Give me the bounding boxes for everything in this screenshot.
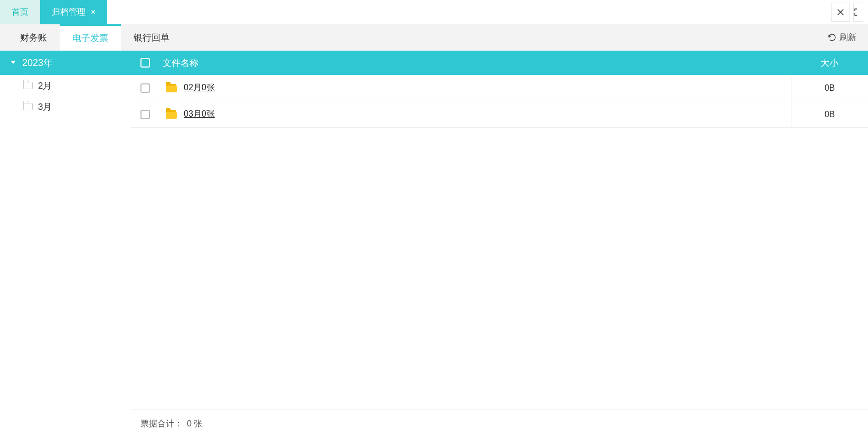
- table-header: 文件名称 大小: [131, 51, 868, 75]
- tree-year-node[interactable]: 2023年: [0, 51, 131, 75]
- secondary-tabs-bar: 财务账 电子发票 银行回单 刷新: [0, 24, 868, 51]
- sidebar-tree: 2023年 2月 3月: [0, 51, 131, 438]
- fullscreen-icon[interactable]: [853, 3, 863, 22]
- chevron-down-icon: [10, 58, 17, 69]
- header-name: 文件名称: [159, 57, 791, 69]
- main-panel: 文件名称 大小 02月0张 0B 03月0张: [131, 51, 868, 438]
- tree-month-node[interactable]: 3月: [0, 96, 131, 117]
- folder-outline-icon: [23, 82, 33, 89]
- svg-marker-2: [11, 61, 15, 64]
- tree-month-label: 2月: [38, 80, 52, 92]
- sec-tab-bank-label: 银行回单: [134, 32, 169, 44]
- refresh-label: 刷新: [839, 32, 856, 43]
- sec-tab-bank[interactable]: 银行回单: [121, 24, 182, 51]
- folder-icon: [166, 84, 176, 92]
- table-row: 02月0张 0B: [131, 75, 868, 101]
- header-size: 大小: [791, 57, 868, 69]
- folder-outline-icon: [23, 103, 33, 110]
- top-right-controls: [831, 0, 863, 24]
- refresh-icon: [828, 33, 836, 42]
- tab-home[interactable]: 首页: [0, 0, 40, 24]
- select-all-checkbox[interactable]: [140, 58, 150, 68]
- tree-month-node[interactable]: 2月: [0, 75, 131, 96]
- sec-tab-einvoice-label: 电子发票: [72, 32, 108, 44]
- row-name-cell: 02月0张: [159, 82, 791, 93]
- row-size: 0B: [791, 75, 868, 101]
- row-checkbox[interactable]: [140, 83, 150, 93]
- top-tabs-bar: 首页 归档管理 ×: [0, 0, 868, 24]
- row-name-link[interactable]: 03月0张: [184, 109, 215, 120]
- tab-home-label: 首页: [12, 7, 29, 18]
- content-area: 2023年 2月 3月 文件名称 大小 0: [0, 51, 868, 438]
- table-row: 03月0张 0B: [131, 101, 868, 128]
- footer-count: 0 张: [187, 418, 202, 430]
- row-checkbox[interactable]: [140, 110, 150, 119]
- tab-archive[interactable]: 归档管理 ×: [40, 0, 107, 24]
- sec-tab-finance-label: 财务账: [20, 32, 47, 44]
- row-name-cell: 03月0张: [159, 109, 791, 120]
- tree-year-label: 2023年: [22, 56, 53, 69]
- row-name-link[interactable]: 02月0张: [184, 82, 215, 93]
- row-size: 0B: [791, 101, 868, 127]
- folder-icon: [166, 110, 176, 119]
- close-icon[interactable]: ×: [91, 7, 96, 17]
- header-checkbox-cell: [131, 58, 159, 68]
- row-checkbox-cell: [131, 110, 159, 119]
- sec-tab-finance[interactable]: 财务账: [7, 24, 60, 51]
- tab-archive-label: 归档管理: [52, 7, 86, 18]
- footer-summary: 票据合计： 0 张: [131, 410, 868, 438]
- close-button[interactable]: [831, 3, 850, 22]
- sec-tab-einvoice[interactable]: 电子发票: [60, 24, 121, 51]
- row-checkbox-cell: [131, 83, 159, 93]
- refresh-button[interactable]: 刷新: [828, 24, 856, 51]
- footer-label: 票据合计：: [140, 418, 183, 430]
- tree-month-label: 3月: [38, 101, 52, 113]
